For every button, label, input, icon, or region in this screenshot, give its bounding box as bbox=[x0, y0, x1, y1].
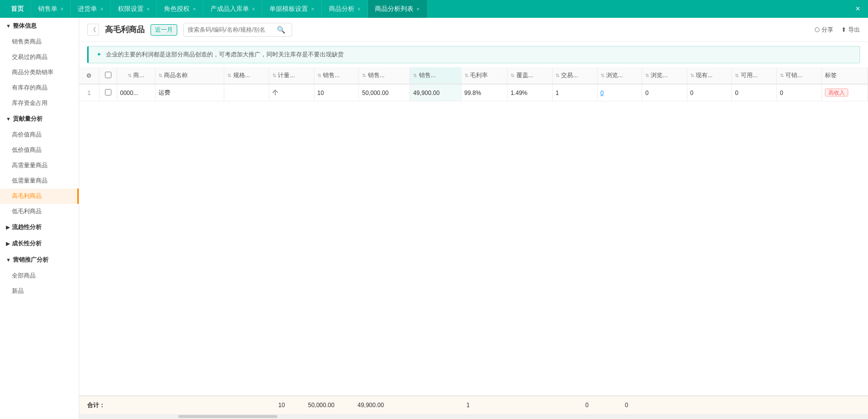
horizontal-scrollbar[interactable] bbox=[79, 414, 868, 419]
select-all-checkbox[interactable] bbox=[105, 72, 111, 78]
cell-name[interactable]: 运费 bbox=[155, 84, 224, 101]
close-tab-product-analysis[interactable]: × bbox=[357, 6, 360, 12]
filter-period-button[interactable]: 近一月 bbox=[151, 24, 177, 36]
col-unit[interactable]: ⇅ 计量... bbox=[269, 67, 314, 84]
sort-icon: ⇅ bbox=[128, 73, 132, 78]
scrollbar-thumb[interactable] bbox=[178, 415, 277, 418]
table-wrapper[interactable]: ⚙ ⇅ 商... ⇅ 商品名称 bbox=[79, 67, 868, 395]
close-tab-role-auth[interactable]: × bbox=[193, 6, 196, 12]
cell-sales-amount: 50,000.00 bbox=[359, 84, 410, 101]
tag-badge: 高收入 bbox=[825, 89, 848, 96]
search-icon[interactable]: 🔍 bbox=[277, 26, 285, 34]
collapse-arrow-contribution: ▼ bbox=[6, 116, 11, 122]
close-tab-product-inbound[interactable]: × bbox=[252, 6, 255, 12]
tab-product-analysis-list[interactable]: 商品分析列表 × bbox=[368, 0, 427, 18]
sidebar-item-stock-fund[interactable]: 库存资金占用 bbox=[0, 95, 79, 111]
footer-cell-spacer bbox=[117, 402, 275, 409]
cell-tag: 高收入 bbox=[821, 84, 868, 101]
tab-permission-settings[interactable]: 权限设置 × bbox=[111, 0, 157, 18]
tab-product-inbound[interactable]: 产成品入库单 × bbox=[204, 0, 262, 18]
close-window-button[interactable]: × bbox=[852, 4, 864, 13]
col-coverage[interactable]: ⇅ 覆盖... bbox=[508, 67, 553, 84]
sidebar-group-trend[interactable]: ▶ 流趋性分析 bbox=[0, 219, 79, 235]
tab-role-auth[interactable]: 角色授权 × bbox=[157, 0, 203, 18]
sidebar-group-marketing[interactable]: ▼ 营销推广分析 bbox=[0, 252, 79, 268]
tab-product-analysis[interactable]: 商品分析 × bbox=[322, 0, 368, 18]
sort-icon-sales-qty: ⇅ bbox=[317, 73, 321, 78]
search-input[interactable] bbox=[188, 26, 277, 33]
footer-sales-profit: 49,900.00 bbox=[355, 402, 404, 409]
col-sales-amount[interactable]: ⇅ 销售... bbox=[359, 67, 410, 84]
sort-icon-unit: ⇅ bbox=[272, 73, 276, 78]
col-browse1[interactable]: ⇅ 浏览... bbox=[597, 67, 642, 84]
tab-sales-order[interactable]: 销售单 × bbox=[31, 0, 71, 18]
footer-total-bar: 合计： 10 50,000.00 49,900.00 1 0 0 bbox=[79, 395, 868, 414]
sidebar-group-contribution[interactable]: ▼ 贡献量分析 bbox=[0, 111, 79, 127]
tab-purchase-order[interactable]: 进货单 × bbox=[71, 0, 110, 18]
sidebar-item-low-margin[interactable]: 低毛利商品 bbox=[0, 204, 79, 219]
sidebar-item-in-stock-goods[interactable]: 有库存的商品 bbox=[0, 80, 79, 95]
cell-coverage: 1.49% bbox=[508, 84, 553, 101]
close-tab-purchase-order[interactable]: × bbox=[100, 6, 103, 12]
sidebar-item-high-margin[interactable]: 高毛利商品 bbox=[0, 188, 79, 204]
col-code[interactable]: ⇅ 商... bbox=[117, 67, 155, 84]
col-gross-margin[interactable]: ⇅ 毛利率 bbox=[461, 67, 508, 84]
cell-sales-profit: 49,900.00 bbox=[410, 84, 461, 101]
row-checkbox[interactable] bbox=[105, 89, 111, 95]
browse1-link[interactable]: 0 bbox=[601, 90, 604, 96]
col-transaction[interactable]: ⇅ 交易... bbox=[552, 67, 597, 84]
sidebar-item-traded-goods[interactable]: 交易过的商品 bbox=[0, 49, 79, 65]
sidebar-item-low-demand[interactable]: 低需量量商品 bbox=[0, 173, 79, 188]
col-tag[interactable]: 标签 bbox=[821, 67, 868, 84]
share-button[interactable]: ⬡ 分享 bbox=[815, 26, 833, 34]
cell-code[interactable]: 0000... bbox=[117, 84, 155, 101]
collapse-arrow-trend: ▶ bbox=[6, 225, 10, 230]
search-bar: 🔍 bbox=[183, 23, 292, 37]
tab-home[interactable]: 首页 bbox=[4, 0, 31, 18]
settings-icon[interactable]: ⚙ bbox=[86, 72, 92, 79]
cell-browse1[interactable]: 0 bbox=[597, 84, 642, 101]
footer-available: 0 bbox=[622, 402, 662, 409]
close-tab-permission-settings[interactable]: × bbox=[147, 6, 150, 12]
sidebar-item-category-sales-rate[interactable]: 商品分类助销率 bbox=[0, 65, 79, 80]
sort-icon-name: ⇅ bbox=[158, 73, 162, 78]
cell-transaction: 1 bbox=[552, 84, 597, 101]
cell-spec bbox=[224, 84, 269, 101]
table-row[interactable]: 1 0000... 运费 个 10 50,000.00 49,900.00 99… bbox=[79, 84, 868, 101]
sidebar-group-growth[interactable]: ▶ 成长性分析 bbox=[0, 235, 79, 252]
export-button[interactable]: ⬆ 导出 bbox=[841, 26, 860, 34]
table-header-row: ⚙ ⇅ 商... ⇅ 商品名称 bbox=[79, 67, 868, 84]
col-saleable[interactable]: ⇅ 可销... bbox=[777, 67, 822, 84]
sidebar-item-high-value[interactable]: 高价值商品 bbox=[0, 127, 79, 142]
sort-icon-transaction: ⇅ bbox=[556, 73, 560, 78]
sidebar-item-low-value[interactable]: 低价值商品 bbox=[0, 142, 79, 158]
info-banner: ✦ 企业的主要的利润都是这部分商品创造的，可考虑加大推广，同时关注库存是不要出现… bbox=[87, 46, 860, 63]
col-index[interactable]: ⚙ bbox=[79, 67, 99, 84]
content-area: 《 高毛利商品 近一月 🔍 ⬡ 分享 ⬆ 导出 ✦ 企业的主要 bbox=[79, 18, 868, 419]
sidebar-collapse-button[interactable]: 《 bbox=[87, 24, 99, 36]
col-name[interactable]: ⇅ 商品名称 bbox=[155, 67, 224, 84]
cell-checkbox[interactable] bbox=[99, 84, 117, 101]
cell-saleable: 0 bbox=[777, 84, 822, 101]
collapse-arrow-overall: ▼ bbox=[6, 23, 11, 29]
sort-icon-sales-amount: ⇅ bbox=[362, 73, 366, 78]
col-sales-profit[interactable]: ⇅ 销售... bbox=[410, 67, 461, 84]
col-current-stock[interactable]: ⇅ 现有... bbox=[687, 67, 732, 84]
close-tab-product-analysis-list[interactable]: × bbox=[416, 6, 419, 12]
close-tab-sales-order[interactable]: × bbox=[60, 6, 63, 12]
sidebar-item-sales-goods[interactable]: 销售类商品 bbox=[0, 34, 79, 49]
close-tab-template-settings[interactable]: × bbox=[311, 6, 314, 12]
sidebar-item-high-demand[interactable]: 高需量量商品 bbox=[0, 158, 79, 173]
col-sales-qty[interactable]: ⇅ 销售... bbox=[314, 67, 359, 84]
sidebar-group-overall[interactable]: ▼ 整体信息 bbox=[0, 18, 79, 34]
col-checkbox[interactable] bbox=[99, 67, 117, 84]
sidebar-item-all-goods[interactable]: 全部商品 bbox=[0, 268, 79, 283]
sidebar-item-new-goods[interactable]: 新品 bbox=[0, 283, 79, 299]
cell-sales-qty: 10 bbox=[314, 84, 359, 101]
sort-icon-saleable: ⇅ bbox=[780, 73, 784, 78]
col-spec[interactable]: ⇅ 规格... bbox=[224, 67, 269, 84]
tab-template-settings[interactable]: 单据模板设置 × bbox=[262, 0, 321, 18]
sort-icon-available: ⇅ bbox=[735, 73, 739, 78]
col-available[interactable]: ⇅ 可用... bbox=[732, 67, 777, 84]
col-browse2[interactable]: ⇅ 浏览... bbox=[642, 67, 687, 84]
